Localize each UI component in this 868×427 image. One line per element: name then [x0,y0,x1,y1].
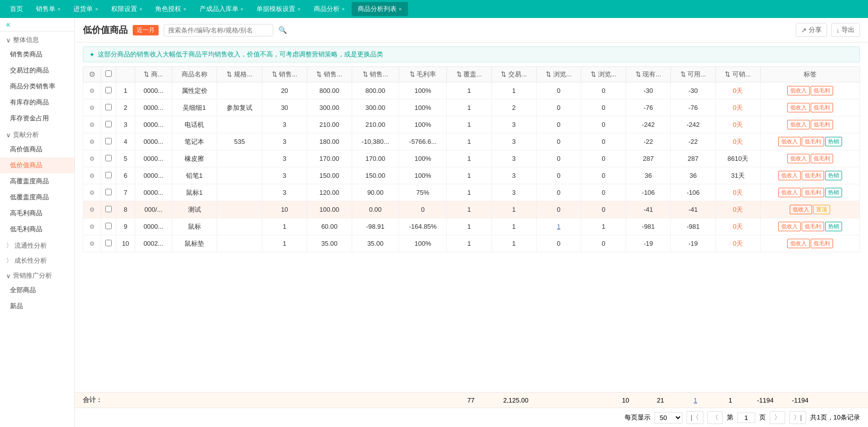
sidebar-section-growth[interactable]: 〉 成长性分析 [0,252,74,267]
col-gear[interactable]: ⚙ [83,67,101,82]
filter-tag-btn[interactable]: 近一月 [133,25,159,35]
nav-template-settings[interactable]: 单据模板设置 × [250,2,306,16]
row-gear[interactable]: ⚙ [83,99,101,116]
row-col3: -98.91 [352,218,399,235]
sidebar-section-overall[interactable]: ∨ 整体信息 [0,31,74,46]
nav-sales-close[interactable]: × [57,6,60,12]
row-gear[interactable]: ⚙ [83,235,101,252]
nav-permissions[interactable]: 权限设置 × [105,2,148,16]
select-all-checkbox[interactable] [105,70,112,77]
row-checkbox[interactable] [101,218,116,235]
nav-sales[interactable]: 销售单 × [30,2,66,16]
search-icon[interactable]: 🔍 [278,26,287,34]
sidebar-item-all-products[interactable]: 全部商品 [0,282,74,298]
row-gear[interactable]: ⚙ [83,116,101,133]
sidebar-collapse-btn[interactable]: « [4,20,12,29]
product-tag: 置顶 [813,205,830,214]
nav-product-analysis[interactable]: 商品分析 × [308,2,351,16]
row-col1: 20 [262,82,307,99]
nav-analysis-list-close[interactable]: × [399,6,402,12]
sidebar-section-liquidity[interactable]: 〉 流通性分析 [0,237,74,252]
next-page-btn[interactable]: 〉 [770,411,785,424]
content-area: 低价值商品 近一月 🔍 ↗ 分享 ↓ 导出 ✦ 这部分商品的销售收入大幅低于商品… [75,18,868,427]
first-page-btn[interactable]: |〈 [686,411,703,424]
row-code: 0000... [135,82,172,99]
last-page-btn[interactable]: 〉| [789,411,806,424]
row-col2: 35.00 [307,235,352,252]
row-gear[interactable]: ⚙ [83,82,101,99]
row-col8: 0 [581,235,626,252]
nav-purchase[interactable]: 进货单 × [67,2,104,16]
row-checkbox[interactable] [101,184,116,201]
row-col9: -981 [626,218,671,235]
row-checkbox[interactable] [101,82,116,99]
nav-role-auth[interactable]: 角色授权 × [149,2,192,16]
row-checkbox[interactable] [101,116,116,133]
sidebar-item-has-stock[interactable]: 有库存的商品 [0,94,74,110]
share-btn[interactable]: ↗ 分享 [796,23,827,37]
sidebar-item-high-value[interactable]: 高价值商品 [0,141,74,157]
sidebar-item-high-coverage[interactable]: 高覆盖度商品 [0,173,74,189]
nav-product-stock[interactable]: 产成品入库单 × [194,2,249,16]
col-name[interactable]: 商品名称 [172,67,217,82]
col-coverage[interactable]: ⇅ 覆盖... [446,67,491,82]
sidebar-section-contribution[interactable]: ∨ 贡献分析 [0,126,74,141]
nav-home[interactable]: 首页 [4,2,29,16]
sidebar-item-high-margin[interactable]: 高毛利商品 [0,205,74,221]
col-margin[interactable]: ⇅ 毛利率 [399,67,447,82]
row-gear[interactable]: ⚙ [83,133,101,150]
nav-analysis-close[interactable]: × [342,6,345,12]
col-current-stock[interactable]: ⇅ 现有... [626,67,671,82]
col-code[interactable]: ⇅ 商... [135,67,172,82]
row-checkbox[interactable] [101,167,116,184]
nav-product-close[interactable]: × [240,6,243,12]
row-gear[interactable]: ⚙ [83,167,101,184]
row-num: 9 [116,218,135,235]
current-page-input[interactable] [737,413,755,423]
footer-col7[interactable]: 1 [680,397,710,404]
nav-purchase-close[interactable]: × [95,6,98,12]
search-input[interactable] [164,24,273,36]
table-row: ⚙ 6 0000... 铅笔1 3 150.00 150.00 100% 1 3… [83,167,860,184]
nav-template-close[interactable]: × [297,6,300,12]
row-checkbox[interactable] [101,201,116,218]
row-col7: 0 [536,150,581,167]
row-checkbox[interactable] [101,99,116,116]
col-sales3[interactable]: ⇅ 销售... [352,67,399,82]
nav-permissions-close[interactable]: × [139,6,142,12]
nav-product-analysis-list[interactable]: 商品分析列表 × [352,2,408,16]
col-view1[interactable]: ⇅ 浏览... [536,67,581,82]
sidebar-item-low-margin[interactable]: 低毛利商品 [0,221,74,237]
row-col10: -981 [670,218,715,235]
sidebar-item-new-products[interactable]: 新品 [0,298,74,314]
col-view2[interactable]: ⇅ 浏览... [581,67,626,82]
per-page-select[interactable]: 50 20 100 [654,412,682,424]
col-sellable-stock[interactable]: ⇅ 可销... [715,67,760,82]
row-col7[interactable]: 1 [536,218,581,235]
col-sales2[interactable]: ⇅ 销售... [307,67,352,82]
row-gear[interactable]: ⚙ [83,201,101,218]
row-gear[interactable]: ⚙ [83,184,101,201]
sidebar-item-low-coverage[interactable]: 低覆盖度商品 [0,189,74,205]
col-checkbox[interactable] [101,67,116,82]
sidebar-item-category-sales-rate[interactable]: 商品分类销售率 [0,78,74,94]
sidebar-item-low-value[interactable]: 低价值商品 [0,157,74,173]
sidebar-item-stock-capital[interactable]: 库存资金占用 [0,110,74,126]
row-checkbox[interactable] [101,235,116,252]
col-available-stock[interactable]: ⇅ 可用... [670,67,715,82]
prev-page-btn[interactable]: 〈 [707,411,723,424]
row-col6: 3 [491,167,536,184]
nav-role-close[interactable]: × [183,6,186,12]
row-gear[interactable]: ⚙ [83,150,101,167]
row-spec [217,235,262,252]
sidebar-item-traded[interactable]: 交易过的商品 [0,62,74,78]
col-sales1[interactable]: ⇅ 销售... [262,67,307,82]
col-trade[interactable]: ⇅ 交易... [491,67,536,82]
col-spec[interactable]: ⇅ 规格... [217,67,262,82]
sidebar-section-marketing[interactable]: ∨ 营销推广分析 [0,267,74,282]
row-checkbox[interactable] [101,150,116,167]
export-btn[interactable]: ↓ 导出 [831,23,861,37]
row-gear[interactable]: ⚙ [83,218,101,235]
row-checkbox[interactable] [101,133,116,150]
sidebar-item-sales-category[interactable]: 销售类商品 [0,46,74,62]
